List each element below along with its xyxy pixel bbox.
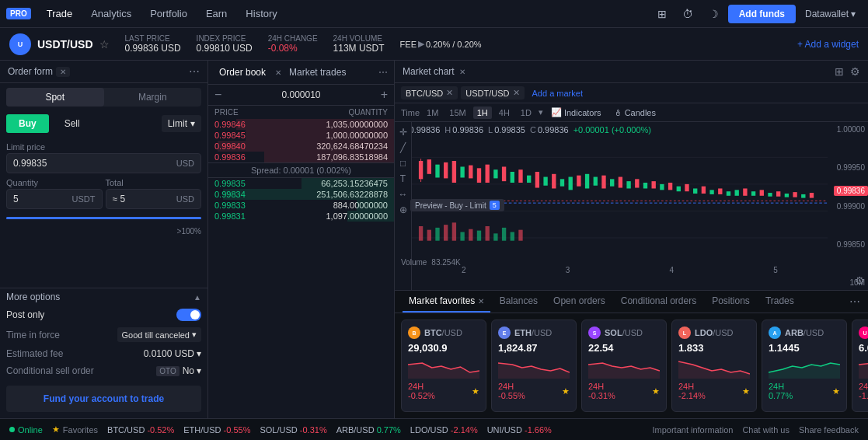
chart-pair-usdt-close-icon[interactable]: ✕ [513, 88, 520, 98]
ask-row[interactable]: 0.99840 320,624.68470234 [208, 141, 394, 152]
fund-account-button[interactable]: Fund your account to trade [6, 386, 201, 412]
chart-pair-btc[interactable]: BTC/USD ✕ [401, 86, 458, 100]
measure-icon[interactable]: ↔ [398, 189, 408, 200]
chart-layout-icon[interactable]: ⊞ [835, 65, 844, 78]
limit-price-input[interactable] [13, 158, 176, 169]
important-info-link[interactable]: Important information [652, 425, 733, 435]
fav-star-icon[interactable]: ★ [742, 386, 750, 396]
crosshair-icon[interactable]: ✛ [398, 127, 408, 138]
datawallet-button[interactable]: Datawallet ▾ [799, 5, 862, 23]
margin-tab[interactable]: Margin [104, 88, 202, 107]
chart-settings-icon[interactable]: ⚙ [850, 65, 860, 78]
ask-row[interactable]: 0.99846 1,035.00000000 [208, 119, 394, 130]
market-trades-tab[interactable]: Market trades [284, 65, 350, 79]
fav-star-icon[interactable]: ★ [472, 386, 479, 396]
bid-row[interactable]: 0.99833 884.00000000 [208, 200, 394, 211]
limit-price-field: Limit price USD [6, 142, 201, 173]
nav-analytics[interactable]: Analytics [83, 5, 139, 23]
time-force-select[interactable]: Good till canceled ▾ [117, 327, 201, 342]
nav-history[interactable]: History [238, 5, 284, 23]
market-favorites-close-icon[interactable]: ✕ [478, 297, 484, 306]
trades-tab[interactable]: Trades [759, 291, 800, 313]
post-only-toggle[interactable] [176, 309, 201, 321]
draw-line-icon[interactable]: ╱ [398, 142, 408, 153]
favorite-card[interactable]: A ARB/USD 1.1445 24H0.77% ★ [762, 320, 847, 412]
nav-trade[interactable]: Trade [39, 5, 80, 23]
precision-plus-button[interactable]: + [381, 88, 388, 102]
quantity-slider[interactable] [6, 217, 201, 219]
open-orders-tab[interactable]: Open orders [547, 291, 612, 313]
quantity-input-wrapper[interactable]: USDT [6, 189, 103, 209]
favorite-card[interactable]: S SOL/USD 22.54 24H-0.31% ★ [581, 320, 667, 412]
orderbook-close-icon[interactable]: ✕ [275, 68, 281, 77]
candles-button[interactable]: 🕯 Candles [609, 107, 661, 119]
feedback-link[interactable]: Share feedback [799, 425, 859, 435]
favorite-star-icon[interactable]: ☆ [99, 38, 110, 51]
sell-button[interactable]: Sell [52, 114, 92, 133]
limit-price-input-wrapper[interactable]: USD [6, 153, 201, 173]
fav-star-icon[interactable]: ★ [652, 386, 660, 396]
status-pair-item[interactable]: ARB/USD 0.77% [336, 425, 401, 435]
fav-star-icon[interactable]: ★ [832, 386, 840, 396]
quantity-input[interactable] [13, 194, 72, 204]
favorites-filter[interactable]: ★ Favorites [52, 424, 98, 435]
more-options-toggle[interactable]: More options ▲ [0, 288, 207, 306]
status-pair-item[interactable]: SOL/USD -0.31% [260, 425, 326, 435]
chart-close-icon[interactable]: ✕ [459, 68, 465, 76]
moon-icon[interactable]: ☽ [702, 5, 725, 23]
order-form-close[interactable]: ✕ [56, 67, 70, 77]
status-pair-item[interactable]: ETH/USD -0.55% [183, 425, 250, 435]
market-favorites-tab[interactable]: Market favorites ✕ [403, 291, 490, 313]
time-force-label: Time in force [6, 330, 60, 340]
status-pair-item[interactable]: BTC/USD -0.52% [107, 425, 174, 435]
chart-gear-icon[interactable]: ⚙ [855, 274, 865, 287]
bid-row[interactable]: 0.99831 1,097.00000000 [208, 211, 394, 222]
chat-link[interactable]: Chat with us [742, 425, 790, 435]
buy-button[interactable]: Buy [6, 114, 49, 133]
indicators-button[interactable]: 📈 Indicators [546, 106, 606, 119]
favorite-card[interactable]: L LDO/USD 1.833 24H-2.14% ★ [671, 320, 757, 412]
precision-minus-button[interactable]: − [214, 88, 221, 102]
conditional-order-value[interactable]: No ▾ [183, 365, 201, 376]
nav-portfolio[interactable]: Portfolio [142, 5, 195, 23]
add-widget-button[interactable]: + Add a widget [797, 39, 859, 50]
time-1h-button[interactable]: 1H [473, 107, 492, 119]
fav-star-icon[interactable]: ★ [562, 386, 570, 396]
ask-row[interactable]: 0.99845 1,000.00000000 [208, 130, 394, 141]
favorite-card[interactable]: B BTC/USD 29,030.9 24H-0.52% ★ [401, 320, 486, 412]
add-market-button[interactable]: Add a market [528, 87, 587, 100]
draw-rect-icon[interactable]: □ [398, 158, 408, 169]
spot-tab[interactable]: Spot [6, 88, 104, 107]
ask-row[interactable]: 0.99836 187,096.83518984 [208, 152, 394, 162]
chart-pair-btc-close-icon[interactable]: ✕ [446, 88, 453, 98]
status-pair-item[interactable]: UNI/USD -1.66% [487, 425, 552, 435]
limit-select[interactable]: Limit ▾ [162, 115, 201, 132]
balances-tab[interactable]: Balances [493, 291, 544, 313]
time-1d-button[interactable]: 1D [517, 107, 535, 119]
orderbook-menu-icon[interactable]: ⋯ [378, 67, 388, 78]
time-dropdown-icon[interactable]: ▾ [539, 107, 543, 117]
chart-pair-usdt[interactable]: USDT/USD ✕ [461, 86, 524, 100]
nav-earn[interactable]: Earn [198, 5, 235, 23]
time-1m-button[interactable]: 1M [423, 107, 442, 119]
favorite-card[interactable]: E ETH/USD 1,824.87 24H-0.55% ★ [491, 320, 577, 412]
time-15m-button[interactable]: 15M [445, 107, 469, 119]
magnet-icon[interactable]: ⊕ [398, 204, 408, 215]
total-input-wrapper[interactable]: USD [106, 189, 202, 209]
positions-tab[interactable]: Positions [706, 291, 756, 313]
orderbook-tab[interactable]: Order book [214, 65, 270, 79]
draw-text-icon[interactable]: T [398, 173, 408, 184]
bid-row[interactable]: 0.99835 66,253.15236475 [208, 178, 394, 189]
add-funds-button[interactable]: Add funds [728, 5, 796, 23]
bottom-panel-menu-icon[interactable]: ⋯ [849, 295, 860, 308]
favorite-card[interactable]: U UNI/USD 6.007 24H-1.66% ★ [852, 320, 868, 412]
grid-icon[interactable]: ⊞ [651, 5, 673, 23]
conditional-orders-tab[interactable]: Conditional orders [615, 291, 702, 313]
pair-info[interactable]: U USDT/USD ☆ [9, 33, 110, 55]
order-form-menu-icon[interactable]: ⋯ [189, 65, 200, 78]
clock-icon[interactable]: ⏱ [676, 5, 699, 23]
total-input[interactable] [113, 194, 176, 204]
bid-row[interactable]: 0.99834 251,506.63228878 [208, 189, 394, 200]
status-pair-item[interactable]: LDO/USD -2.14% [410, 425, 478, 435]
time-4h-button[interactable]: 4H [495, 107, 514, 119]
